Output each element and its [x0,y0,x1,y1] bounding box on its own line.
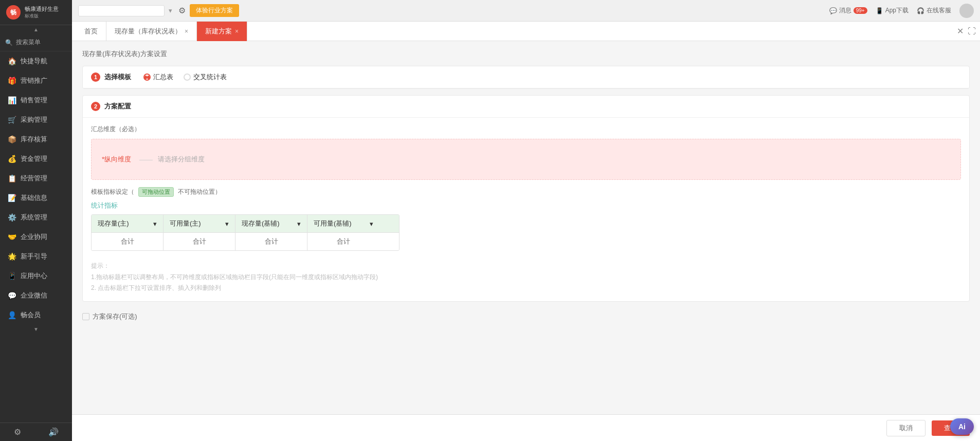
radio-cross[interactable]: 交叉统计表 [184,72,227,82]
sidebar-item-sales[interactable]: 📊 销售管理 [0,90,72,110]
indicator-setting-text2: 不可拖动位置） [178,188,221,196]
topbar: ▾ ⚙ 体验行业方案 💬 消息 99+ 📱 App下载 🎧 在线客服 [72,0,980,22]
sidebar-item-app-center[interactable]: 📱 应用中心 [0,266,72,286]
sidebar-item-label: 采购管理 [21,115,47,124]
dimension-placeholder: 请选择分组维度 [158,155,205,164]
stats-col-1-dropdown[interactable]: ▾ [153,220,157,228]
stats-col-2-dropdown[interactable]: ▾ [225,220,229,228]
page-title: 现存量(库存状况表)方案设置 [82,49,970,59]
tab-home-label: 首页 [84,27,98,36]
ai-bubble[interactable]: Ai [950,418,974,435]
save-checkbox[interactable] [82,313,89,320]
download-icon: 📱 [876,7,883,14]
sidebar-item-purchase[interactable]: 🛒 采购管理 [0,110,72,130]
cart-icon: 🛒 [7,115,16,124]
step1-header: 1 选择模板 汇总表 交叉统计表 [83,66,969,88]
stats-col-2-label: 可用量(主) [170,219,201,228]
save-option-label: 方案保存(可选) [93,312,137,321]
message-item[interactable]: 💬 消息 99+ [829,6,867,15]
sidebar-item-label: 库存核算 [21,135,47,144]
tab-inventory-label: 现存量（库存状况表） [115,27,182,36]
tab-home[interactable]: 首页 [76,22,106,41]
stats-cell-1-4: 合计 [307,233,379,250]
tab-new-scheme[interactable]: 新建方案 × [197,22,247,41]
star-icon: 🌟 [7,252,16,261]
message-badge: 99+ [854,7,867,14]
tab-new-scheme-label: 新建方案 [205,27,232,36]
stats-cell-1-2: 合计 [164,233,235,250]
sidebar-scroll-up[interactable]: ▲ [0,25,72,34]
gear-icon: ⚙️ [7,213,16,222]
step1-title: 选择模板 [104,72,131,82]
stats-table-row-1: 合计 合计 合计 合计 [92,232,399,250]
money-icon: 💰 [7,154,16,163]
main-area: ▾ ⚙ 体验行业方案 💬 消息 99+ 📱 App下载 🎧 在线客服 首页 [72,0,980,441]
step2-title: 方案配置 [104,102,131,111]
step2-card: 2 方案配置 汇总维度（必选） *纵向维度 —— 请选择分组维度 模板指标设定（… [82,95,970,302]
expand-icon[interactable]: ⛶ [968,27,976,36]
dimension-area[interactable]: *纵向维度 —— 请选择分组维度 [91,139,961,180]
sidebar-item-label: 企业微信 [21,291,47,300]
sidebar-item-label: 应用中心 [21,271,47,281]
customer-service-item[interactable]: 🎧 在线客服 [917,6,951,15]
sidebar-item-label: 基础信息 [21,193,47,203]
tabbar: 首页 现存量（库存状况表） × 新建方案 × ✕ ⛶ [72,22,980,41]
app-download-item[interactable]: 📱 App下载 [876,6,909,15]
bottom-bar: 取消 查询 [72,414,980,441]
indicator-label: 模板指标设定（ 可拖动位置 不可拖动位置） [91,187,961,197]
stats-col-2[interactable]: 可用量(主) ▾ [164,215,235,232]
topbar-dropdown-icon[interactable]: ▾ [169,7,172,14]
topbar-settings-icon[interactable]: ⚙ [178,6,186,15]
handshake-icon: 🤝 [7,232,16,242]
step1-card: 1 选择模板 汇总表 交叉统计表 [82,66,970,89]
stats-col-3-dropdown[interactable]: ▾ [297,220,301,228]
stats-col-4[interactable]: 可用量(基辅) ▾ [307,215,379,232]
radio-summary[interactable]: 汇总表 [143,72,173,82]
tab-new-scheme-close[interactable]: × [235,28,239,35]
radio-summary-circle [143,74,151,81]
stats-col-4-dropdown[interactable]: ▾ [370,220,373,228]
cancel-button[interactable]: 取消 [886,420,925,436]
sidebar-item-label: 资金管理 [21,154,47,163]
sidebar-scroll-down[interactable]: ▼ [0,325,72,334]
sidebar-item-finance[interactable]: 💰 资金管理 [0,149,72,169]
tip-1: 1.拖动标题栏可以调整布局，不可跨维度或指标区域拖动栏目字段(只能在同一维度或指… [91,272,961,283]
step2-header: 2 方案配置 [83,96,969,118]
volume-icon[interactable]: 🔊 [48,427,59,437]
sidebar-item-system[interactable]: ⚙️ 系统管理 [0,208,72,227]
trial-button[interactable]: 体验行业方案 [190,4,239,17]
sidebar-item-inventory[interactable]: 📦 库存核算 [0,130,72,149]
app-icon: 畅 [6,5,21,20]
sidebar-item-quick-nav[interactable]: 🏠 快捷导航 [0,51,72,71]
sidebar-search[interactable]: 🔍 搜索菜单 [0,34,72,51]
sidebar-item-label: 营销推广 [21,76,47,85]
sidebar-item-basic-info[interactable]: 📝 基础信息 [0,188,72,208]
sidebar-item-cooperation[interactable]: 🤝 企业协同 [0,227,72,247]
box-icon: 📦 [7,135,16,144]
sidebar-item-marketing[interactable]: 🎁 营销推广 [0,71,72,90]
topbar-search-input[interactable] [78,5,165,16]
close-window-icon[interactable]: ✕ [957,26,964,36]
tip-2: 2. 点击标题栏下拉可设置排序、插入列和删除列 [91,283,961,294]
sidebar-item-label: 系统管理 [21,213,47,222]
customer-service-label: 在线客服 [927,6,951,15]
template-options: 汇总表 交叉统计表 [143,72,227,82]
user-avatar[interactable] [959,4,974,18]
dimension-required: *纵向维度 [102,155,131,164]
sidebar-item-new-guide[interactable]: 🌟 新手引导 [0,247,72,266]
tab-inventory-close[interactable]: × [185,28,188,35]
sidebar-item-member[interactable]: 👤 畅会员 [0,305,72,325]
sidebar-item-label: 销售管理 [21,96,47,105]
step2-badge: 2 [91,102,100,111]
tab-inventory[interactable]: 现存量（库存状况表） × [106,22,197,41]
settings-bottom-icon[interactable]: ⚙ [14,427,21,437]
tabbar-right-icons: ✕ ⛶ [957,26,976,36]
app-name-container: 畅康通好生意 标准版 [25,5,59,19]
sidebar-item-operations[interactable]: 📋 经营管理 [0,169,72,188]
stats-col-3-label: 现存量(基辅) [242,219,280,228]
stats-col-3[interactable]: 现存量(基辅) ▾ [235,215,307,232]
stats-table: 现存量(主) ▾ 可用量(主) ▾ 现存量(基辅) ▾ 可用量(基辅) [91,214,400,251]
sidebar-item-wechat[interactable]: 💬 企业微信 [0,286,72,305]
stats-cell-1-3: 合计 [235,233,307,250]
stats-col-1[interactable]: 现存量(主) ▾ [92,215,164,232]
